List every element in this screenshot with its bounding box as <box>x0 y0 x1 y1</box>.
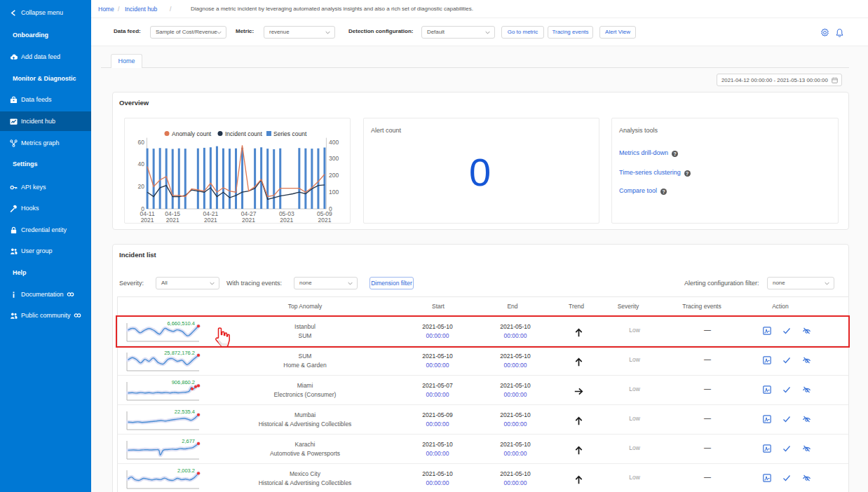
svg-text:Series count: Series count <box>273 130 307 137</box>
svg-text:60: 60 <box>138 139 145 146</box>
svg-text:100: 100 <box>329 189 339 196</box>
svg-text:Anomaly count: Anomaly count <box>172 130 212 137</box>
svg-text:2021: 2021 <box>141 217 154 223</box>
svg-text:2021: 2021 <box>166 217 179 223</box>
svg-text:2021: 2021 <box>204 217 217 223</box>
svg-text:300: 300 <box>329 155 339 162</box>
svg-text:2021: 2021 <box>280 217 293 223</box>
svg-text:20: 20 <box>138 183 145 190</box>
svg-text:40: 40 <box>138 160 145 168</box>
svg-text:2021: 2021 <box>242 217 255 223</box>
svg-text:400: 400 <box>329 139 339 146</box>
svg-text:2021: 2021 <box>318 217 331 223</box>
svg-text:200: 200 <box>329 172 339 179</box>
svg-text:Incident count: Incident count <box>225 130 263 137</box>
